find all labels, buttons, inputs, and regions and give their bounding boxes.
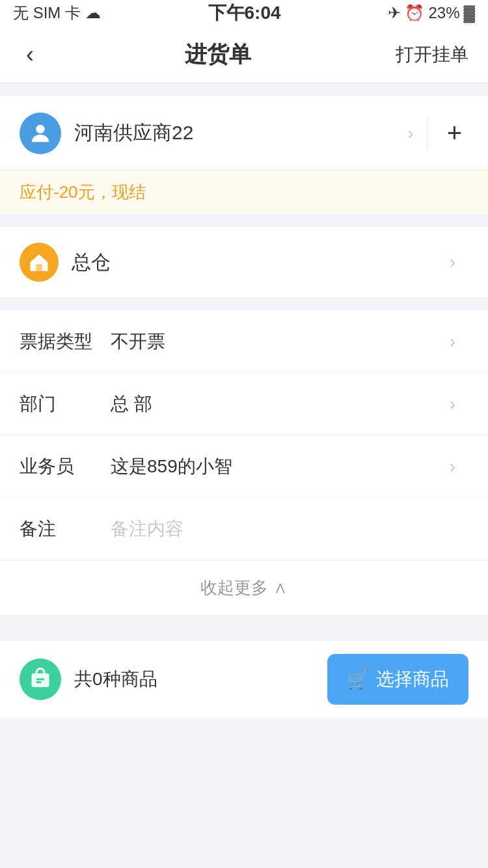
- status-left: 无 SIM 卡 ☁: [13, 3, 101, 23]
- location-icon: ✈: [388, 4, 401, 22]
- remark-label: 备注: [20, 517, 98, 541]
- svg-rect-2: [36, 264, 42, 271]
- form-section: 票据类型 不开票 › 部门 总 部 › 业务员 这是859的小智 › 备注 备注…: [0, 310, 488, 615]
- department-chevron-icon: ›: [450, 394, 455, 414]
- remark-row[interactable]: 备注 备注内容: [0, 498, 488, 560]
- salesperson-label: 业务员: [20, 454, 98, 479]
- nav-bar: ‹ 进货单 打开挂单: [0, 26, 488, 83]
- background-fill: [0, 718, 488, 868]
- section-gap-1: [0, 83, 488, 96]
- select-product-button[interactable]: 🛒 选择商品: [327, 654, 468, 705]
- section-gap-2: [0, 214, 488, 227]
- salesperson-chevron-icon: ›: [450, 456, 455, 477]
- warehouse-icon-wrap: [20, 243, 59, 282]
- warehouse-chevron-icon: ›: [450, 252, 455, 273]
- vertical-divider: [427, 117, 427, 150]
- page-title: 进货单: [185, 40, 251, 70]
- sim-signal: 无 SIM 卡 ☁: [13, 3, 101, 23]
- product-count-label: 共0种商品: [74, 667, 327, 692]
- user-icon: [27, 120, 53, 146]
- add-supplier-button[interactable]: +: [441, 112, 468, 154]
- status-bar: 无 SIM 卡 ☁ 下午6:04 ✈ ⏰ 23% ▓: [0, 0, 488, 26]
- product-icon: [29, 668, 52, 691]
- warehouse-section[interactable]: 总仓 ›: [0, 227, 488, 297]
- supplier-section: 河南供应商22 › + 应付-20元，现结: [0, 96, 488, 214]
- open-pending-button[interactable]: 打开挂单: [396, 42, 468, 67]
- select-product-label: 选择商品: [376, 667, 449, 692]
- remark-input[interactable]: 备注内容: [98, 517, 468, 541]
- invoice-type-row[interactable]: 票据类型 不开票 ›: [0, 310, 488, 373]
- back-button[interactable]: ‹: [20, 34, 40, 75]
- supplier-name: 河南供应商22: [74, 120, 407, 146]
- collapse-label: 收起更多 ∧: [200, 576, 287, 599]
- supplier-notice: 应付-20元，现结: [0, 170, 488, 214]
- supplier-row: 河南供应商22 › +: [0, 96, 488, 170]
- product-icon-wrap: [20, 658, 61, 700]
- supplier-chevron-icon: ›: [407, 123, 413, 144]
- select-product-icon: 🛒: [347, 669, 370, 690]
- salesperson-value: 这是859的小智: [98, 454, 450, 479]
- svg-point-0: [36, 124, 44, 133]
- section-gap-3: [0, 615, 488, 628]
- battery-label: 23%: [428, 4, 459, 22]
- status-right: ✈ ⏰ 23% ▓: [388, 4, 475, 22]
- invoice-type-chevron-icon: ›: [450, 331, 455, 352]
- alarm-icon: ⏰: [405, 4, 424, 22]
- battery-icon: ▓: [463, 4, 475, 22]
- warehouse-row[interactable]: 总仓 ›: [0, 227, 488, 297]
- salesperson-row[interactable]: 业务员 这是859的小智 ›: [0, 435, 488, 498]
- product-section: 共0种商品 🛒 选择商品: [0, 641, 488, 718]
- department-label: 部门: [20, 392, 98, 416]
- invoice-type-value: 不开票: [98, 329, 450, 354]
- warehouse-name: 总仓: [72, 249, 450, 276]
- warehouse-icon: [27, 251, 51, 274]
- collapse-button[interactable]: 收起更多 ∧: [0, 560, 488, 615]
- status-time: 下午6:04: [208, 1, 281, 25]
- department-value: 总 部: [98, 392, 450, 416]
- invoice-type-label: 票据类型: [20, 329, 98, 354]
- department-row[interactable]: 部门 总 部 ›: [0, 373, 488, 435]
- supplier-avatar: [20, 113, 61, 154]
